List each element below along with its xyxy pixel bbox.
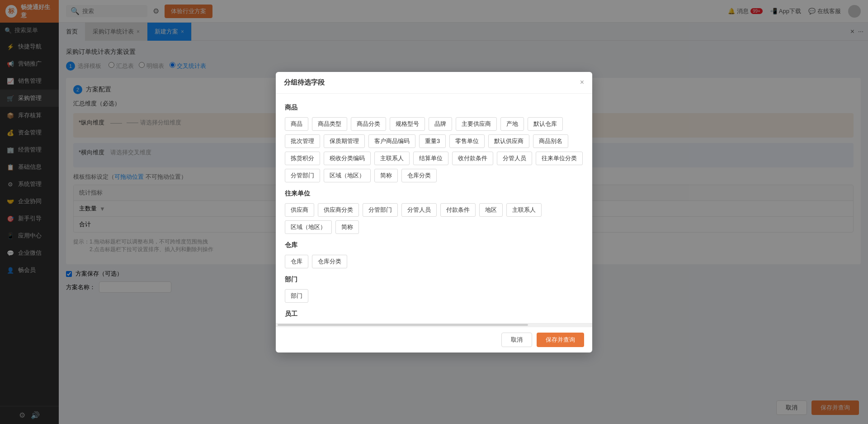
- tag-gysfl[interactable]: 供应商分类: [318, 203, 359, 217]
- modal-body: 商品 商品 商品类型 商品分类 规格型号 品牌 主要供应商 产地 默认仓库 批次…: [276, 94, 592, 323]
- tag-fgry2[interactable]: 分管人员: [401, 203, 437, 217]
- tag-jc[interactable]: 简称: [374, 169, 398, 182]
- tag-jc2[interactable]: 简称: [335, 220, 359, 234]
- tag-mrgys[interactable]: 默认供应商: [488, 134, 529, 148]
- tag-lsdw[interactable]: 零售单位: [449, 134, 485, 148]
- modal-header: 分组待选字段 ×: [276, 72, 592, 94]
- tag-splx[interactable]: 商品类型: [312, 117, 347, 131]
- modal-horizontal-scrollbar[interactable]: [276, 323, 592, 327]
- tag-bm[interactable]: 部门: [285, 289, 308, 303]
- tag-ggxh[interactable]: 规格型号: [390, 117, 425, 131]
- modal-overlay: 分组待选字段 × 商品 商品 商品类型 商品分类 规格型号 品牌 主要供应商 产…: [0, 0, 868, 424]
- tag-sp[interactable]: 商品: [285, 117, 308, 131]
- section-title-department: 部门: [285, 276, 583, 284]
- tag-dq[interactable]: 地区: [479, 203, 503, 217]
- modal-close-button[interactable]: ×: [580, 78, 584, 86]
- tag-group-department: 部门: [285, 289, 583, 303]
- section-title-warehouse: 仓库: [285, 241, 583, 249]
- tag-fktj[interactable]: 收付款条件: [452, 152, 493, 165]
- tag-lwdwfl[interactable]: 往来单位分类: [536, 152, 583, 165]
- tag-sssflbm[interactable]: 税收分类编码: [324, 152, 371, 165]
- tag-group-product: 商品 商品类型 商品分类 规格型号 品牌 主要供应商 产地 默认仓库 批次管理 …: [285, 117, 583, 182]
- tag-zygys[interactable]: 主要供应商: [456, 117, 497, 131]
- tag-mrck[interactable]: 默认仓库: [528, 117, 563, 131]
- modal-cancel-button[interactable]: 取消: [501, 333, 532, 347]
- tag-qydq[interactable]: 区域（地区）: [324, 169, 371, 182]
- tag-zlxsr2[interactable]: 主联系人: [506, 203, 542, 217]
- tag-ck[interactable]: 仓库: [285, 255, 308, 268]
- tag-pp[interactable]: 品牌: [429, 117, 452, 131]
- tag-phjf[interactable]: 拣货积分: [285, 152, 320, 165]
- tag-jsdw[interactable]: 结算单位: [413, 152, 448, 165]
- scrollbar-thumb-h: [278, 324, 528, 326]
- section-title-employee: 员工: [285, 310, 583, 318]
- modal: 分组待选字段 × 商品 商品 商品类型 商品分类 规格型号 品牌 主要供应商 产…: [276, 72, 592, 353]
- tag-zlxsr[interactable]: 主联系人: [374, 152, 410, 165]
- tag-cd[interactable]: 产地: [500, 117, 524, 131]
- tag-ckfl[interactable]: 仓库分类: [401, 169, 437, 182]
- tag-group-warehouse: 仓库 仓库分类: [285, 255, 583, 268]
- modal-confirm-button[interactable]: 保存并查询: [537, 333, 584, 347]
- modal-footer: 取消 保存并查询: [276, 327, 592, 353]
- tag-fgbm2[interactable]: 分管部门: [363, 203, 398, 217]
- tag-fktj2[interactable]: 付款条件: [440, 203, 476, 217]
- section-title-counterpart: 往来单位: [285, 190, 583, 198]
- tag-ckfl2[interactable]: 仓库分类: [312, 255, 347, 268]
- tag-spbm[interactable]: 商品别名: [533, 134, 568, 148]
- tag-fgbm[interactable]: 分管部门: [285, 169, 320, 182]
- tag-qydq2[interactable]: 区域（地区）: [285, 220, 332, 234]
- tag-bzqgl[interactable]: 保质期管理: [324, 134, 365, 148]
- modal-title: 分组待选字段: [284, 78, 325, 87]
- tag-gys[interactable]: 供应商: [285, 203, 314, 217]
- tag-spfl[interactable]: 商品分类: [351, 117, 386, 131]
- tag-khspbm[interactable]: 客户商品编码: [368, 134, 415, 148]
- tag-group-counterpart: 供应商 供应商分类 分管部门 分管人员 付款条件 地区 主联系人 区域（地区） …: [285, 203, 583, 234]
- tag-zl3[interactable]: 重量3: [419, 134, 446, 148]
- tag-fgry[interactable]: 分管人员: [497, 152, 532, 165]
- tag-pcgl[interactable]: 批次管理: [285, 134, 320, 148]
- section-title-product: 商品: [285, 104, 583, 112]
